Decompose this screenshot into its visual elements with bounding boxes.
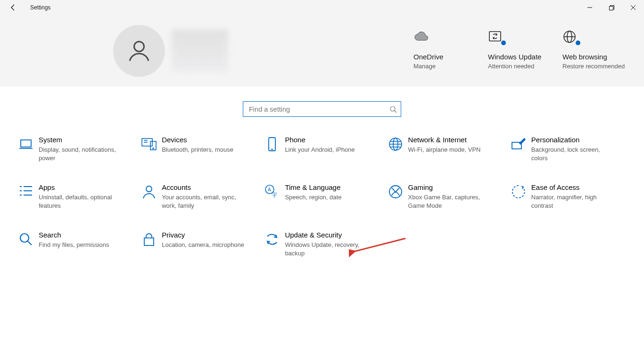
category-desc: Speech, region, date — [285, 193, 341, 202]
status-sub: Attention needed — [488, 63, 558, 71]
phone-icon — [260, 136, 284, 162]
svg-point-34 — [146, 186, 152, 192]
category-desc: Windows Update, recovery, backup — [285, 241, 370, 257]
category-name: Search — [39, 231, 109, 239]
svg-text:字: 字 — [272, 192, 277, 198]
category-time-language[interactable]: A字Time & LanguageSpeech, region, date — [260, 183, 383, 210]
category-ease-of-access[interactable]: Ease of AccessNarrator, magnifier, high … — [507, 183, 630, 210]
update-icon — [260, 231, 284, 257]
svg-text:A: A — [268, 187, 271, 192]
svg-rect-20 — [269, 138, 275, 151]
category-desc: Display, sound, notifications, power — [39, 146, 124, 162]
lang-icon: A字 — [260, 183, 284, 210]
status-web-browsing[interactable]: Web browsing Restore recommended — [560, 24, 635, 75]
titlebar: Settings — [0, 0, 644, 15]
category-desc: Narrator, magnifier, high contrast — [531, 193, 616, 210]
search-icon — [389, 106, 397, 113]
category-name: Update & Security — [285, 231, 370, 239]
svg-point-39 — [20, 234, 29, 242]
svg-point-17 — [153, 148, 154, 149]
account-hero: OneDrive Manage Windows Update Attention… — [0, 15, 644, 87]
status-sub: Manage — [413, 63, 483, 71]
cloud-icon — [413, 29, 429, 44]
status-title: OneDrive — [413, 53, 483, 61]
avatar[interactable] — [113, 25, 165, 77]
category-name: Devices — [162, 136, 233, 144]
devices-icon — [137, 136, 161, 162]
back-button[interactable] — [6, 0, 21, 15]
person-icon — [137, 183, 161, 210]
category-desc: Uninstall, defaults, optional features — [39, 193, 124, 210]
ease-icon — [507, 183, 530, 210]
category-accounts[interactable]: AccountsYour accounts, email, sync, work… — [137, 183, 260, 210]
category-update-security[interactable]: Update & SecurityWindows Update, recover… — [260, 231, 383, 257]
category-network-internet[interactable]: Network & InternetWi-Fi, airplane mode, … — [384, 136, 507, 162]
close-button[interactable] — [622, 0, 644, 15]
category-phone[interactable]: PhoneLink your Android, iPhone — [260, 136, 383, 162]
status-onedrive[interactable]: OneDrive Manage — [411, 24, 486, 75]
lock-icon — [137, 231, 161, 257]
svg-point-6 — [134, 41, 144, 51]
category-name: Gaming — [408, 183, 493, 191]
globe-icon — [562, 29, 578, 44]
svg-rect-7 — [489, 32, 501, 41]
category-name: Phone — [285, 136, 355, 144]
category-apps[interactable]: AppsUninstall, defaults, optional featur… — [14, 183, 137, 210]
category-desc: Your accounts, email, sync, work, family — [162, 193, 247, 210]
svg-rect-41 — [144, 238, 154, 245]
svg-line-40 — [28, 241, 32, 245]
category-name: Personalization — [531, 136, 616, 144]
category-desc: Wi-Fi, airplane mode, VPN — [408, 146, 481, 154]
search-icon — [14, 231, 38, 257]
status-title: Windows Update — [488, 53, 558, 61]
svg-rect-13 — [21, 140, 31, 147]
category-desc: Location, camera, microphone — [162, 241, 244, 249]
search-box[interactable] — [243, 101, 401, 117]
status-title: Web browsing — [562, 53, 632, 61]
categories-grid: SystemDisplay, sound, notifications, pow… — [0, 136, 644, 257]
category-system[interactable]: SystemDisplay, sound, notifications, pow… — [14, 136, 137, 162]
category-name: Network & Internet — [408, 136, 481, 144]
category-devices[interactable]: DevicesBluetooth, printers, mouse — [137, 136, 260, 162]
xbox-icon — [384, 183, 407, 210]
category-desc: Background, lock screen, colors — [531, 146, 616, 162]
category-name: Time & Language — [285, 183, 341, 191]
category-desc: Link your Android, iPhone — [285, 146, 355, 154]
category-desc: Bluetooth, printers, mouse — [162, 146, 233, 154]
window-title: Settings — [30, 4, 50, 11]
svg-line-12 — [395, 111, 396, 113]
category-gaming[interactable]: GamingXbox Game Bar, captures, Game Mode — [384, 183, 507, 210]
svg-point-11 — [390, 106, 395, 111]
laptop-icon — [14, 136, 38, 162]
category-desc: Find my files, permissions — [39, 241, 109, 249]
category-desc: Xbox Game Bar, captures, Game Mode — [408, 193, 493, 210]
user-info-blurred — [172, 30, 228, 72]
minimize-button[interactable] — [579, 0, 601, 15]
status-sub: Restore recommended — [562, 63, 632, 71]
update-icon — [488, 29, 503, 44]
svg-rect-3 — [609, 6, 613, 10]
maximize-button[interactable] — [601, 0, 622, 15]
globe-icon — [384, 136, 407, 162]
category-name: Ease of Access — [531, 183, 616, 191]
apps-icon — [14, 183, 38, 210]
category-name: System — [39, 136, 124, 144]
status-windows-update[interactable]: Windows Update Attention needed — [486, 24, 560, 75]
category-search[interactable]: SearchFind my files, permissions — [14, 231, 137, 257]
pen-icon — [507, 136, 530, 162]
category-privacy[interactable]: PrivacyLocation, camera, microphone — [137, 231, 260, 257]
search-input[interactable] — [249, 106, 389, 113]
category-personalization[interactable]: PersonalizationBackground, lock screen, … — [507, 136, 630, 162]
category-name: Privacy — [162, 231, 244, 239]
category-name: Apps — [39, 183, 124, 191]
category-name: Accounts — [162, 183, 247, 191]
